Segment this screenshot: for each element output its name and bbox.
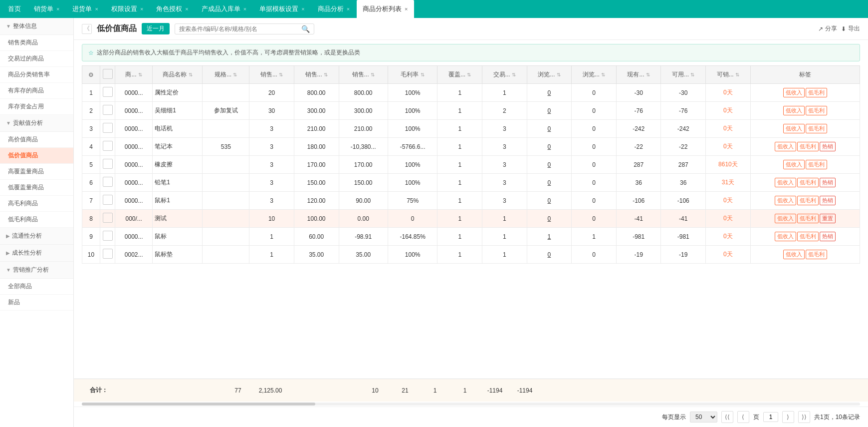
col-browse1[interactable]: 浏览... ⇅ bbox=[527, 66, 572, 84]
col-settings[interactable]: ⚙ bbox=[82, 66, 100, 84]
per-page-select[interactable]: 50 100 200 bbox=[690, 412, 717, 423]
scroll-thumb[interactable] bbox=[82, 403, 315, 406]
nav-product-analysis-list[interactable]: 商品分析列表 × bbox=[357, 0, 414, 18]
cell-available: -22 bbox=[661, 138, 706, 156]
last-page-button[interactable]: ⟩⟩ bbox=[798, 411, 810, 423]
close-icon[interactable]: × bbox=[301, 6, 304, 12]
page-header: 《 低价值商品 近一月 🔍 ↗ 分享 ⬇ 导出 bbox=[74, 18, 868, 40]
row-checkbox[interactable] bbox=[103, 195, 113, 205]
col-tags[interactable]: 标签 bbox=[750, 66, 860, 84]
col-available[interactable]: 可用... ⇅ bbox=[661, 66, 706, 84]
sidebar-group-marketing[interactable]: ▼ 营销推广分析 bbox=[0, 262, 73, 279]
browse-link[interactable]: 0 bbox=[548, 125, 551, 132]
sort-icon: ⇅ bbox=[557, 72, 561, 77]
sidebar-item-low-margin[interactable]: 低毛利商品 bbox=[0, 212, 73, 228]
total-records: 共1页，10条记录 bbox=[814, 413, 860, 422]
col-sale-avg[interactable]: 销售... ⇅ bbox=[339, 66, 388, 84]
page-number-input[interactable] bbox=[763, 412, 778, 422]
nav-product-stock[interactable]: 产成品入库单 × bbox=[196, 0, 252, 18]
col-current[interactable]: 现有... ⇅ bbox=[616, 66, 661, 84]
close-icon[interactable]: × bbox=[347, 6, 350, 12]
chevron-down-icon: ▼ bbox=[6, 120, 11, 126]
settings-icon[interactable]: ⚙ bbox=[88, 71, 94, 78]
row-checkbox[interactable] bbox=[103, 87, 113, 97]
cell-sale-qty: 30 bbox=[249, 102, 294, 120]
browse-link[interactable]: 0 bbox=[548, 161, 551, 168]
browse-link[interactable]: 0 bbox=[548, 89, 551, 96]
cell-spec: 参加复试 bbox=[203, 102, 249, 120]
nav-purchase-order[interactable]: 进货单 × bbox=[66, 0, 104, 18]
col-browse2[interactable]: 浏览... ⇅ bbox=[572, 66, 617, 84]
row-checkbox[interactable] bbox=[103, 249, 113, 259]
browse-link[interactable]: 0 bbox=[548, 179, 551, 186]
row-checkbox[interactable] bbox=[103, 141, 113, 151]
sidebar-item-sales-products[interactable]: 销售类商品 bbox=[0, 35, 73, 51]
close-icon[interactable]: × bbox=[405, 6, 408, 12]
sidebar-item-new-products[interactable]: 新品 bbox=[0, 295, 73, 311]
col-sellable[interactable]: 可销... ⇅ bbox=[706, 66, 751, 84]
sidebar-item-stock-capital[interactable]: 库存资金占用 bbox=[0, 99, 73, 115]
row-checkbox[interactable] bbox=[103, 159, 113, 169]
sidebar-group-growth[interactable]: ▶ 成长性分析 bbox=[0, 245, 73, 262]
col-sale-qty[interactable]: 销售... ⇅ bbox=[249, 66, 294, 84]
nav-role-auth[interactable]: 角色授权 × bbox=[150, 0, 194, 18]
footer-total-row: 合计： 77 2,125.00 10 21 1 1 -1194 -1194 bbox=[74, 379, 868, 402]
horizontal-scrollbar[interactable] bbox=[82, 403, 860, 406]
nav-product-analysis[interactable]: 商品分析 × bbox=[312, 0, 356, 18]
close-icon[interactable]: × bbox=[95, 6, 98, 12]
nav-permission-settings[interactable]: 权限设置 × bbox=[105, 0, 149, 18]
nav-home[interactable]: 首页 bbox=[2, 0, 27, 18]
browse-link[interactable]: 0 bbox=[548, 197, 551, 204]
first-page-button[interactable]: ⟨⟨ bbox=[721, 411, 733, 423]
row-checkbox[interactable] bbox=[103, 123, 113, 133]
sidebar-item-category-sales-rate[interactable]: 商品分类销售率 bbox=[0, 67, 73, 83]
prev-page-button[interactable]: ⟨ bbox=[737, 411, 749, 423]
next-page-button[interactable]: ⟩ bbox=[782, 411, 794, 423]
col-sale-amt[interactable]: 销售... ⇅ bbox=[294, 66, 339, 84]
info-text: 这部分商品的销售收入大幅低于商品平均销售收入，价值不高，可考虑调整营销策略，或是… bbox=[97, 48, 360, 57]
col-coverage[interactable]: 覆盖... ⇅ bbox=[437, 66, 482, 84]
close-icon[interactable]: × bbox=[185, 6, 188, 12]
sidebar-item-low-value[interactable]: 低价值商品 bbox=[0, 148, 73, 164]
sidebar-item-high-margin[interactable]: 高毛利商品 bbox=[0, 196, 73, 212]
cell-trade: 1 bbox=[482, 210, 527, 228]
col-code[interactable]: 商... ⇅ bbox=[115, 66, 153, 84]
col-trade[interactable]: 交易... ⇅ bbox=[482, 66, 527, 84]
row-checkbox[interactable] bbox=[103, 231, 113, 241]
share-button[interactable]: ↗ 分享 bbox=[818, 24, 837, 33]
sidebar-item-high-coverage[interactable]: 高覆盖量商品 bbox=[0, 164, 73, 180]
close-icon[interactable]: × bbox=[243, 6, 246, 12]
row-checkbox[interactable] bbox=[103, 105, 113, 115]
close-icon[interactable]: × bbox=[140, 6, 143, 12]
sidebar-group-overall[interactable]: ▼ 整体信息 bbox=[0, 18, 73, 35]
sidebar-item-all-products[interactable]: 全部商品 bbox=[0, 279, 73, 295]
sidebar-group-contribution[interactable]: ▼ 贡献值分析 bbox=[0, 115, 73, 132]
browse-link[interactable]: 0 bbox=[548, 251, 551, 258]
browse-link[interactable]: 0 bbox=[548, 215, 551, 222]
cell-sale-qty: 3 bbox=[249, 156, 294, 174]
browse-link[interactable]: 0 bbox=[548, 143, 551, 150]
search-icon[interactable]: 🔍 bbox=[301, 25, 310, 33]
row-checkbox[interactable] bbox=[103, 177, 113, 187]
sidebar-item-low-coverage[interactable]: 低覆盖量商品 bbox=[0, 180, 73, 196]
browse-link[interactable]: 1 bbox=[548, 233, 551, 240]
export-button[interactable]: ⬇ 导出 bbox=[841, 24, 860, 33]
date-filter-button[interactable]: 近一月 bbox=[142, 23, 170, 34]
collapse-button[interactable]: 《 bbox=[82, 24, 92, 34]
nav-sales-order[interactable]: 销货单 × bbox=[28, 0, 65, 18]
nav-template-settings[interactable]: 单据模板设置 × bbox=[253, 0, 310, 18]
row-checkbox[interactable] bbox=[103, 213, 113, 223]
col-margin[interactable]: 毛利率 ⇅ bbox=[388, 66, 437, 84]
col-spec[interactable]: 规格... ⇅ bbox=[203, 66, 249, 84]
browse-link[interactable]: 0 bbox=[548, 107, 551, 114]
close-icon[interactable]: × bbox=[56, 6, 59, 12]
sidebar-item-in-stock-products[interactable]: 有库存的商品 bbox=[0, 83, 73, 99]
col-name[interactable]: 商品名称 ⇅ bbox=[153, 66, 203, 84]
search-input[interactable] bbox=[179, 25, 298, 32]
sidebar-item-traded-products[interactable]: 交易过的商品 bbox=[0, 51, 73, 67]
info-banner: ☆ 这部分商品的销售收入大幅低于商品平均销售收入，价值不高，可考虑调整营销策略，… bbox=[82, 44, 860, 61]
cell-sale-qty: 20 bbox=[249, 84, 294, 102]
select-all-checkbox[interactable] bbox=[103, 69, 113, 79]
sidebar-item-high-value[interactable]: 高价值商品 bbox=[0, 132, 73, 148]
sidebar-group-liquidity[interactable]: ▶ 流通性分析 bbox=[0, 228, 73, 245]
